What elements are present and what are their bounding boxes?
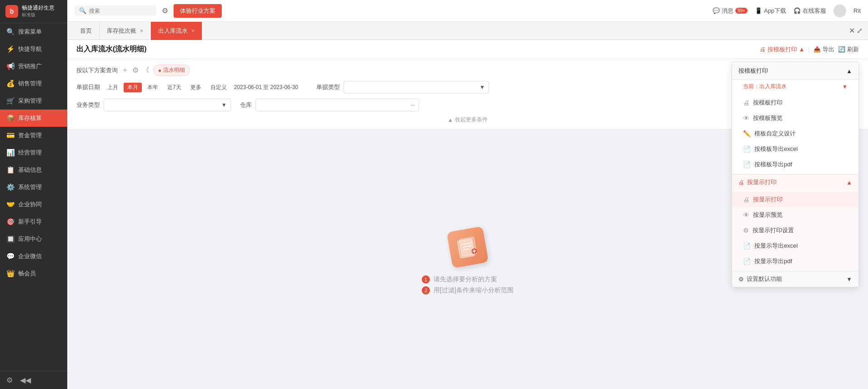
sidebar-item-purchase[interactable]: 🛒 采购管理 xyxy=(0,92,67,110)
topbar-search-box[interactable]: 🔍 xyxy=(75,5,156,16)
dropdown-display-section: 🖨 按显示打印 👁 按显示预览 ⚙ 按显示打印设置 📄 按显示导出excel 📄 xyxy=(732,190,858,271)
print-display-icon: 🖨 xyxy=(743,196,749,203)
phone-icon: 📱 xyxy=(755,7,762,14)
date-btn-this-year[interactable]: 本年 xyxy=(144,83,162,92)
settings-display-icon: ⚙ xyxy=(743,227,749,234)
page-header: 出入库流水(流水明细) 🖨 按模板打印 ▲ | 📤 导出 🔄 刷新 xyxy=(67,40,868,59)
warehouse-select[interactable]: ··· xyxy=(255,99,419,111)
add-filter-icon[interactable]: ＋ xyxy=(121,65,129,75)
dropdown-item-display-excel[interactable]: 📄 按显示导出excel xyxy=(732,238,858,254)
empty-hint-2: 2 用[过滤]条件来缩小分析范围 xyxy=(422,286,514,294)
dropdown-item-label: 模板自定义设计 xyxy=(754,130,796,138)
tab-flow-close[interactable]: × xyxy=(191,28,195,34)
footer-icon: ⚙ xyxy=(738,276,744,283)
page-title: 出入库流水(流水明细) xyxy=(76,45,147,54)
display-header-arrow: ▲ xyxy=(846,179,852,186)
dropdown-item-display-settings[interactable]: ⚙ 按显示打印设置 xyxy=(732,223,858,238)
sidebar-item-wechat[interactable]: 💬 企业微信 xyxy=(0,248,67,265)
search-icon: 🔍 xyxy=(6,28,15,36)
flow-detail-tag[interactable]: ● 流水明细 xyxy=(153,65,190,76)
sidebar-item-apps[interactable]: 🔲 应用中心 xyxy=(0,230,67,248)
empty-icon xyxy=(447,226,489,268)
quick-nav-icon: ⚡ xyxy=(6,45,15,53)
industry-btn[interactable]: 体验行业方案 xyxy=(174,4,222,18)
dropdown-item-template-preview[interactable]: 👁 按模板预览 xyxy=(732,110,858,126)
online-service-btn[interactable]: 🎧 在线客服 xyxy=(793,7,826,15)
close-tab-btn[interactable]: ✕ xyxy=(849,26,855,35)
dropdown-header[interactable]: 按模板打印 ▲ xyxy=(732,62,858,80)
app-download-label: App下载 xyxy=(764,7,786,15)
dropdown-footer[interactable]: ⚙ 设置默认功能 ▼ xyxy=(732,271,858,287)
hint-text-2: 用[过滤]条件来缩小分析范围 xyxy=(434,286,514,294)
collapse-sidebar-icon[interactable]: ◀◀ xyxy=(20,376,31,384)
sidebar-item-label-sales: 销售管理 xyxy=(18,80,42,88)
print-icon: 🖨 xyxy=(760,46,766,53)
collapse-more-btn[interactable]: ▲ 收起更多条件 xyxy=(448,116,488,124)
sidebar-item-corp[interactable]: 🤝 企业协同 xyxy=(0,196,67,213)
hint-num-1: 1 xyxy=(422,275,430,284)
dropdown-item-template-design[interactable]: ✏️ 模板自定义设计 xyxy=(732,126,858,141)
dropdown-item-label: 按显示打印 xyxy=(753,195,783,204)
type-select-arrow: ▼ xyxy=(479,84,485,90)
print-template-btn[interactable]: 🖨 按模板打印 ▲ xyxy=(760,45,805,54)
sidebar-nav: 🔍 搜索菜单 ⚡ 快捷导航 📢 营销推广 💰 销售管理 🛒 采购管理 📦 库存核… xyxy=(0,23,67,371)
tab-batch-close[interactable]: × xyxy=(140,28,143,34)
type-select[interactable]: ▼ xyxy=(344,81,489,94)
search-input[interactable] xyxy=(89,8,148,14)
date-btn-this-month[interactable]: 本月 xyxy=(124,83,142,92)
sidebar-item-marketing[interactable]: 📢 营销推广 xyxy=(0,58,67,75)
sidebar-item-label-purchase: 采购管理 xyxy=(18,97,42,105)
tab-batch[interactable]: 库存批次账 × xyxy=(100,22,151,40)
sidebar-item-quick-nav[interactable]: ⚡ 快捷导航 xyxy=(0,40,67,58)
tab-flow[interactable]: 出入库流水 × xyxy=(151,22,202,40)
preview-template-icon: 👁 xyxy=(743,115,749,122)
sidebar-item-guide[interactable]: 🎯 新手引导 xyxy=(0,213,67,230)
sidebar-item-search[interactable]: 🔍 搜索菜单 xyxy=(0,23,67,40)
date-btn-custom[interactable]: 自定义 xyxy=(207,83,230,92)
gear-icon[interactable]: ⚙ xyxy=(162,6,168,15)
biz-type-select[interactable]: ▼ xyxy=(104,99,231,111)
dropdown-item-template-pdf[interactable]: 📄 按模板导出pdf xyxy=(732,157,858,172)
page-header-right: 🖨 按模板打印 ▲ | 📤 导出 🔄 刷新 xyxy=(760,45,859,54)
refresh-btn[interactable]: 🔄 刷新 xyxy=(838,45,859,54)
date-btn-more[interactable]: 更多 xyxy=(187,83,205,92)
export-icon: 📤 xyxy=(813,46,821,53)
date-btn-last-month[interactable]: 上月 xyxy=(104,83,122,92)
dropdown-item-display-print[interactable]: 🖨 按显示打印 xyxy=(732,192,858,207)
expand-btn[interactable]: ⤢ xyxy=(857,26,863,35)
dropdown-header-arrow: ▲ xyxy=(846,68,852,75)
tab-home[interactable]: 首页 xyxy=(73,22,100,40)
messages-btn[interactable]: 💬 消息 99+ xyxy=(713,7,748,15)
sidebar-item-inventory[interactable]: 📦 库存核算 xyxy=(0,110,67,127)
sidebar-item-finance[interactable]: 💳 资金管理 xyxy=(0,127,67,144)
date-filter-buttons: 上月 本月 本年 近7天 更多 自定义 xyxy=(104,83,230,92)
logo-name: 畅捷通好生意 xyxy=(22,5,55,12)
dropdown-template-section: 🖨 按模板打印 👁 按模板预览 ✏️ 模板自定义设计 📄 按模板导出excel … xyxy=(732,93,858,174)
sidebar-item-sales[interactable]: 💰 销售管理 xyxy=(0,75,67,92)
dropdown-item-display-preview[interactable]: 👁 按显示预览 xyxy=(732,207,858,223)
dropdown-display-header[interactable]: 🖨 按显示打印 ▲ xyxy=(732,174,858,190)
dropdown-item-template-excel[interactable]: 📄 按模板导出excel xyxy=(732,141,858,157)
settings-icon[interactable]: ⚙ xyxy=(6,376,13,384)
tag-icon: ● xyxy=(158,67,161,74)
app-download-btn[interactable]: 📱 App下载 xyxy=(755,7,786,15)
dropdown-item-template-print[interactable]: 🖨 按模板打印 xyxy=(732,95,858,110)
sidebar-item-operation[interactable]: 📊 经营管理 xyxy=(0,144,67,161)
dropdown-item-display-pdf[interactable]: 📄 按显示导出pdf xyxy=(732,254,858,269)
sidebar-item-member[interactable]: 👑 畅会员 xyxy=(0,265,67,282)
filter-setting-icon[interactable]: ⚙ xyxy=(132,66,139,75)
avatar[interactable] xyxy=(833,5,846,17)
date-btn-7days[interactable]: 近7天 xyxy=(164,83,185,92)
page-content: 出入库流水(流水明细) 🖨 按模板打印 ▲ | 📤 导出 🔄 刷新 xyxy=(67,40,868,389)
dropdown-current[interactable]: 当前：出入库流水 ▼ xyxy=(732,80,858,93)
sidebar-item-basic[interactable]: 📋 基础信息 xyxy=(0,161,67,179)
sidebar-item-label-system: 系统管理 xyxy=(18,183,42,191)
export-btn[interactable]: 📤 导出 xyxy=(813,45,834,54)
design-icon: ✏️ xyxy=(743,130,751,137)
online-service-label: 在线客服 xyxy=(803,7,826,15)
filter-collapse-icon[interactable]: 《 xyxy=(142,65,150,75)
sidebar-item-system[interactable]: ⚙️ 系统管理 xyxy=(0,179,67,196)
date-filter-group: 单据日期 上月 本月 本年 近7天 更多 自定义 2023-06-01 至 20… xyxy=(76,83,298,92)
refresh-icon: 🔄 xyxy=(838,46,845,53)
member-icon: 👑 xyxy=(6,269,15,278)
